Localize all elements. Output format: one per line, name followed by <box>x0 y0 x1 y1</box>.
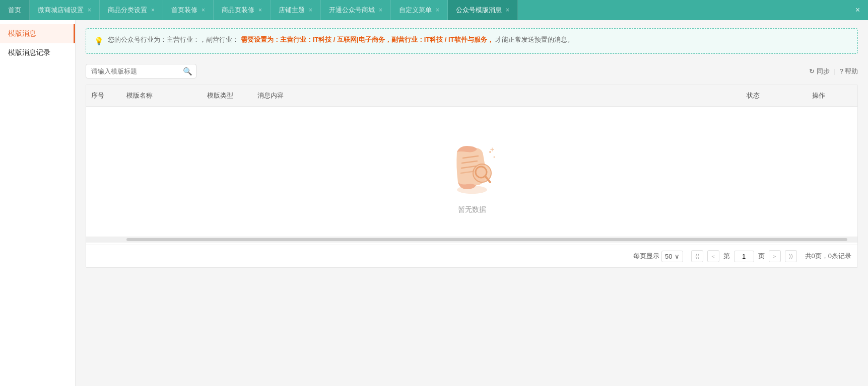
th-status: 状态 <box>742 85 807 106</box>
search-input-wrap: 🔍 <box>86 64 196 79</box>
main-layout: 模版消息 模版消息记录 💡 您的公众号行业为：主营行业：，副营行业： 需要设置为… <box>0 20 868 386</box>
th-name: 模版名称 <box>121 85 202 106</box>
sync-help-area: ↻ 同步 | ? 帮助 <box>809 67 858 76</box>
tab-custommenu[interactable]: 自定义菜单 × <box>391 0 448 20</box>
content-area: 💡 您的公众号行业为：主营行业：，副营行业： 需要设置为：主营行业：IT科技 /… <box>76 20 868 386</box>
empty-state: 暂无数据 <box>86 107 857 235</box>
page-unit: 页 <box>758 252 765 261</box>
tab-bar-close-all[interactable]: × <box>847 6 868 15</box>
page-prefix: 第 <box>723 252 730 261</box>
search-input[interactable] <box>86 64 196 79</box>
tab-template[interactable]: 公众号模版消息 × <box>448 0 518 20</box>
data-table: 序号 模版名称 模版类型 消息内容 状态 操作 <box>86 85 858 268</box>
svg-point-8 <box>489 151 491 153</box>
tab-close-product[interactable]: × <box>258 7 262 14</box>
th-type: 模版类型 <box>202 85 252 106</box>
help-icon: ? <box>840 67 843 75</box>
total-info: 共0页，0条记录 <box>805 252 851 261</box>
page-last-button[interactable]: ⟩⟩ <box>785 250 797 262</box>
tab-theme[interactable]: 店铺主题 × <box>271 0 321 20</box>
notice-icon: 💡 <box>94 35 104 47</box>
tab-category[interactable]: 商品分类设置 × <box>100 0 163 20</box>
pagination: 每页显示 50 ∨ ⟨⟨ ＜ 第 页 ＞ ⟩⟩ 共0页，0条记录 <box>86 245 857 267</box>
sidebar: 模版消息 模版消息记录 <box>0 20 76 386</box>
page-prev-button[interactable]: ＜ <box>707 250 719 262</box>
tab-close-openstore[interactable]: × <box>379 7 382 14</box>
sidebar-item-template-msg[interactable]: 模版消息 <box>0 24 75 43</box>
tab-close-theme[interactable]: × <box>309 7 312 14</box>
scrollbar-track <box>126 238 847 241</box>
page-size-dropdown[interactable]: 50 ∨ <box>661 251 683 262</box>
tab-close-template[interactable]: × <box>506 7 509 14</box>
help-button[interactable]: ? 帮助 <box>840 67 858 76</box>
tab-openstore[interactable]: 开通公众号商城 × <box>321 0 391 20</box>
sidebar-item-template-log[interactable]: 模版消息记录 <box>0 43 75 62</box>
th-seq: 序号 <box>86 85 121 106</box>
tab-weishop[interactable]: 微商城店铺设置 × <box>30 0 100 20</box>
sync-icon: ↻ <box>809 67 815 75</box>
tab-close-custommenu[interactable]: × <box>436 7 439 14</box>
empty-text: 暂无数据 <box>458 205 486 214</box>
tab-bar: 首页 微商城店铺设置 × 商品分类设置 × 首页装修 × 商品页装修 × 店铺主… <box>0 0 868 20</box>
tab-close-weishop[interactable]: × <box>88 7 91 14</box>
svg-point-9 <box>493 157 495 158</box>
tab-homepage[interactable]: 首页装修 × <box>163 0 214 20</box>
table-header: 序号 模版名称 模版类型 消息内容 状态 操作 <box>86 85 857 107</box>
page-size-label: 每页显示 <box>633 252 659 261</box>
notice-text: 您的公众号行业为：主营行业：，副营行业： 需要设置为：主营行业：IT科技 / 互… <box>108 35 574 45</box>
search-button[interactable]: 🔍 <box>183 67 192 76</box>
tab-home[interactable]: 首页 <box>0 0 30 20</box>
horizontal-scrollbar[interactable] <box>86 237 857 243</box>
notice-box: 💡 您的公众号行业为：主营行业：，副营行业： 需要设置为：主营行业：IT科技 /… <box>86 28 858 54</box>
empty-illustration <box>442 137 502 197</box>
page-number-input[interactable] <box>734 251 754 262</box>
tab-product[interactable]: 商品页装修 × <box>214 0 271 20</box>
search-bar: 🔍 ↻ 同步 | ? 帮助 <box>86 64 858 79</box>
page-first-button[interactable]: ⟨⟨ <box>691 250 703 262</box>
sync-button[interactable]: ↻ 同步 <box>809 67 830 76</box>
page-size-select: 每页显示 50 ∨ <box>633 251 683 262</box>
page-next-button[interactable]: ＞ <box>769 250 781 262</box>
tab-close-category[interactable]: × <box>151 7 155 14</box>
th-content: 消息内容 <box>252 85 742 106</box>
th-action: 操作 <box>807 85 857 106</box>
toolbar-divider: | <box>834 67 835 75</box>
dropdown-arrow-icon: ∨ <box>675 253 680 260</box>
tab-close-homepage[interactable]: × <box>202 7 205 14</box>
